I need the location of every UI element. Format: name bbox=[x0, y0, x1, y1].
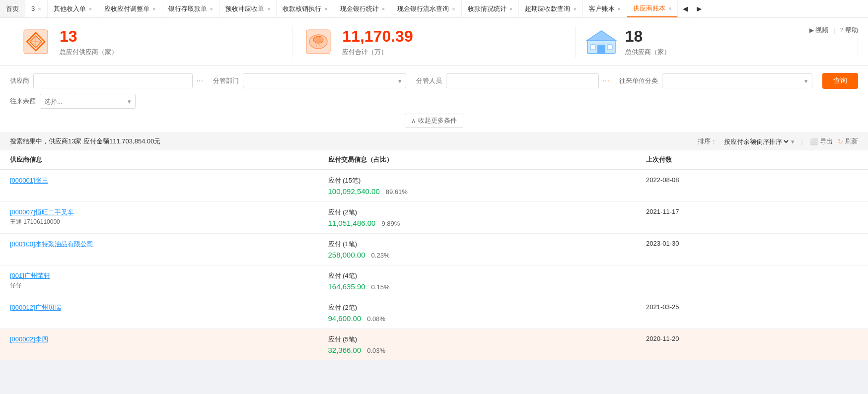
sort-label: 排序： bbox=[698, 137, 717, 146]
stat-block-payable-total: 11,170.39 应付合计（万） bbox=[292, 26, 575, 58]
payable-amount-3[interactable]: 164,635.90 bbox=[328, 282, 365, 291]
close-icon[interactable]: × bbox=[668, 5, 671, 11]
nav-home[interactable]: 首页 bbox=[0, 0, 25, 17]
payable-amount-0[interactable]: 100,092,540.00 bbox=[328, 187, 380, 196]
filter-row-1: 供应商 ··· 分管部门 ▾ 分管人员 ··· 往来单位分类 ▾ 查询 bbox=[10, 73, 858, 89]
close-icon[interactable]: × bbox=[89, 6, 92, 12]
payable-pct-2: 0.23% bbox=[371, 252, 390, 259]
nav-cash-flow-query[interactable]: 现金银行流水查询 × bbox=[391, 0, 461, 17]
balance-input[interactable] bbox=[44, 94, 128, 108]
col-payable-info: 应付交易信息（占比） bbox=[328, 155, 647, 164]
supplier-dots-icon[interactable]: ··· bbox=[197, 76, 203, 85]
svg-rect-14 bbox=[590, 45, 595, 50]
nav-overdue-ar[interactable]: 超期应收款查询 × bbox=[519, 0, 582, 17]
payable-label-3: 应付 (4笔) bbox=[328, 271, 647, 280]
person-input[interactable] bbox=[446, 73, 599, 88]
nav-collection-exec[interactable]: 收款核销执行 × bbox=[277, 0, 334, 17]
supplier-sub-1: 王通 17106110000 bbox=[10, 218, 328, 226]
supplier-link-2[interactable]: [000100]本特勤油品有限公司 bbox=[10, 240, 93, 248]
close-icon[interactable]: × bbox=[573, 6, 576, 12]
last-pay-cell-2: 2023-01-30 bbox=[646, 240, 858, 247]
table-row: [000012]广州贝瑞 应付 (2笔) 94,600.00 0.08% 202… bbox=[0, 297, 868, 329]
stat-content-total-suppliers: 18 总供应商（家） bbox=[625, 27, 670, 57]
payable-pct-4: 0.08% bbox=[367, 315, 385, 323]
payable-row-3: 164,635.90 0.15% bbox=[328, 282, 647, 291]
nav-cash-bank-stats[interactable]: 现金银行统计 × bbox=[334, 0, 391, 17]
nav-customer-ledger[interactable]: 客户账本 × bbox=[583, 0, 627, 17]
supplier-link-5[interactable]: [000002]李四 bbox=[10, 335, 48, 343]
export-icon: ⬜ bbox=[810, 138, 818, 145]
close-icon[interactable]: × bbox=[324, 6, 327, 12]
close-icon[interactable]: × bbox=[452, 6, 455, 12]
close-icon[interactable]: × bbox=[267, 6, 270, 12]
supplier-link-0[interactable]: [000001]张三 bbox=[10, 177, 48, 184]
sort-select[interactable]: 按应付余额倒序排序 bbox=[722, 137, 790, 146]
last-pay-date-2: 2023-01-30 bbox=[646, 240, 679, 247]
filter-category: 往来单位分类 ▾ bbox=[619, 73, 812, 88]
supplier-cell-1: [000007]恒旺二手叉车 王通 17106110000 bbox=[10, 208, 328, 226]
supplier-cell-4: [000012]广州贝瑞 bbox=[10, 303, 328, 312]
stat-block-suppliers-payable: 13 总应付供应商（家） bbox=[10, 26, 292, 58]
supplier-input[interactable] bbox=[33, 73, 193, 88]
supplier-link-1[interactable]: [000007]恒旺二手叉车 bbox=[10, 208, 74, 216]
svg-marker-12 bbox=[586, 31, 616, 41]
payable-cell-2: 应付 (1笔) 258,000.00 0.23% bbox=[328, 240, 647, 259]
nav-bank-deposit[interactable]: 银行存取款单 × bbox=[162, 0, 219, 17]
top-nav: 首页 3 × 其他收入单 × 应收应付调整单 × 银行存取款单 × 预收冲应收单… bbox=[0, 0, 868, 18]
refresh-icon: ↻ bbox=[838, 138, 843, 145]
nav-prepay-collection[interactable]: 预收冲应收单 × bbox=[219, 0, 277, 17]
close-icon[interactable]: × bbox=[152, 6, 155, 12]
payable-label-2: 应付 (1笔) bbox=[328, 240, 647, 249]
video-link[interactable]: ▶ 视频 bbox=[809, 26, 829, 35]
total-suppliers-label: 总供应商（家） bbox=[625, 48, 670, 57]
table-row: [000100]本特勤油品有限公司 应付 (1笔) 258,000.00 0.2… bbox=[0, 234, 868, 265]
nav-other-income[interactable]: 其他收入单 × bbox=[48, 0, 98, 17]
sort-chevron-icon: ▾ bbox=[791, 138, 795, 145]
supplier-link-4[interactable]: [000012]广州贝瑞 bbox=[10, 304, 61, 311]
payable-label-5: 应付 (5笔) bbox=[328, 335, 647, 344]
filter-person: 分管人员 ··· bbox=[416, 73, 609, 88]
last-pay-cell-0: 2022-08-08 bbox=[646, 176, 858, 184]
nav-supplier-ledger[interactable]: 供应商账本 × bbox=[627, 0, 678, 17]
export-button[interactable]: ⬜ 导出 bbox=[810, 137, 833, 146]
collapse-filters-button[interactable]: ∧ 收起更多条件 bbox=[405, 114, 463, 128]
payable-label-0: 应付 (15笔) bbox=[328, 176, 647, 185]
help-link[interactable]: ? 帮助 bbox=[840, 26, 858, 35]
nav-collection-stats[interactable]: 收款情况统计 × bbox=[462, 0, 519, 17]
close-icon[interactable]: × bbox=[38, 6, 41, 12]
table-row: [000002]李四 应付 (5笔) 32,366.00 0.03% 2020-… bbox=[0, 329, 868, 361]
nav-tab-3[interactable]: 3 × bbox=[25, 0, 48, 17]
close-icon[interactable]: × bbox=[210, 6, 213, 12]
stats-header: 13 总应付供应商（家） 11,170.39 应付合计（万） bbox=[0, 18, 868, 66]
close-icon[interactable]: × bbox=[509, 6, 512, 12]
person-dots-icon[interactable]: ··· bbox=[603, 76, 609, 85]
store-icon bbox=[585, 26, 617, 58]
payable-pct-5: 0.03% bbox=[367, 347, 385, 354]
refresh-button[interactable]: ↻ 刷新 bbox=[838, 137, 858, 146]
payable-row-2: 258,000.00 0.23% bbox=[328, 251, 647, 259]
last-pay-date-5: 2020-11-20 bbox=[646, 335, 679, 342]
stat-content-payable-total: 11,170.39 应付合计（万） bbox=[342, 27, 413, 57]
supplier-filter-label: 供应商 bbox=[10, 76, 29, 85]
payable-amount-1[interactable]: 11,051,486.00 bbox=[328, 219, 376, 227]
query-button[interactable]: 查询 bbox=[822, 73, 858, 89]
close-icon[interactable]: × bbox=[618, 6, 621, 12]
header-actions: ▶ 视频 | ? 帮助 bbox=[809, 26, 858, 35]
nav-prev-arrow[interactable]: ◀ bbox=[678, 0, 692, 18]
close-icon[interactable]: × bbox=[382, 6, 385, 12]
svg-rect-15 bbox=[607, 45, 612, 50]
filter-balance: 往来余额 ▾ bbox=[10, 94, 136, 109]
category-input[interactable] bbox=[666, 74, 804, 88]
filter-supplier: 供应商 ··· bbox=[10, 73, 203, 88]
supplier-cell-3: [001]广州荣轩 仔仔 bbox=[10, 271, 328, 290]
last-pay-date-1: 2021-11-17 bbox=[646, 208, 679, 215]
nav-next-arrow[interactable]: ▶ bbox=[692, 0, 706, 18]
payable-total-amount: 11,170.39 bbox=[342, 27, 413, 46]
dept-input[interactable] bbox=[247, 74, 398, 88]
payable-cell-3: 应付 (4笔) 164,635.90 0.15% bbox=[328, 271, 647, 291]
payable-amount-5[interactable]: 32,366.00 bbox=[328, 346, 362, 354]
nav-ar-ap-adjust[interactable]: 应收应付调整单 × bbox=[98, 0, 162, 17]
supplier-link-3[interactable]: [001]广州荣轩 bbox=[10, 272, 50, 279]
payable-amount-2[interactable]: 258,000.00 bbox=[328, 251, 365, 259]
payable-amount-4[interactable]: 94,600.00 bbox=[328, 314, 362, 323]
